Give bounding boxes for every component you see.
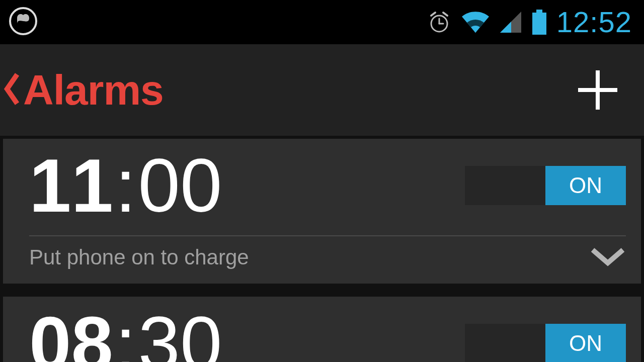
- toggle-on-half: ON: [545, 166, 626, 205]
- expand-button[interactable]: [590, 247, 626, 268]
- snapdragon-logo-icon: [8, 6, 38, 38]
- add-alarm-button[interactable]: [573, 65, 623, 115]
- toggle-off-half: [465, 324, 545, 362]
- alarm-item[interactable]: 08 : 30 ON: [3, 297, 641, 362]
- alarm-toggle[interactable]: ON: [465, 166, 626, 205]
- svg-line-4: [431, 13, 435, 16]
- action-bar: Alarms: [0, 44, 644, 136]
- battery-status-icon: [531, 10, 547, 35]
- page-title: Alarms: [23, 66, 164, 115]
- alarm-main-row: 11 : 00 ON: [29, 148, 626, 223]
- alarm-toggle[interactable]: ON: [465, 324, 626, 362]
- toggle-off-half: [465, 166, 545, 205]
- alarm-hour: 08: [29, 306, 113, 362]
- chevron-down-icon: [590, 247, 626, 268]
- alarm-item[interactable]: 11 : 00 ON Put phone on to charge: [3, 139, 641, 284]
- alarm-list: 11 : 00 ON Put phone on to charge: [0, 136, 644, 362]
- alarm-label: Put phone on to charge: [29, 245, 249, 269]
- alarm-status-icon: [427, 10, 452, 35]
- alarm-minute: 30: [138, 306, 222, 362]
- alarm-hour: 11: [29, 148, 113, 223]
- status-clock: 12:52: [556, 8, 632, 37]
- toggle-on-half: ON: [545, 324, 626, 362]
- alarm-main-row: 08 : 30 ON: [29, 306, 626, 362]
- wifi-status-icon: [461, 11, 490, 34]
- back-icon[interactable]: [3, 70, 20, 110]
- alarm-minute: 00: [138, 148, 222, 223]
- alarm-sub-row: Put phone on to charge: [29, 245, 626, 284]
- alarm-time[interactable]: 08 : 30: [29, 306, 222, 362]
- alarm-time[interactable]: 11 : 00: [29, 148, 222, 223]
- status-bar: 12:52: [0, 0, 644, 44]
- plus-icon: [576, 68, 619, 112]
- svg-rect-6: [536, 10, 542, 13]
- cell-signal-status-icon: [499, 11, 522, 34]
- alarm-colon: :: [115, 148, 136, 223]
- alarm-colon: :: [115, 306, 136, 362]
- divider: [29, 235, 626, 236]
- svg-line-5: [443, 13, 447, 16]
- svg-rect-7: [532, 13, 546, 35]
